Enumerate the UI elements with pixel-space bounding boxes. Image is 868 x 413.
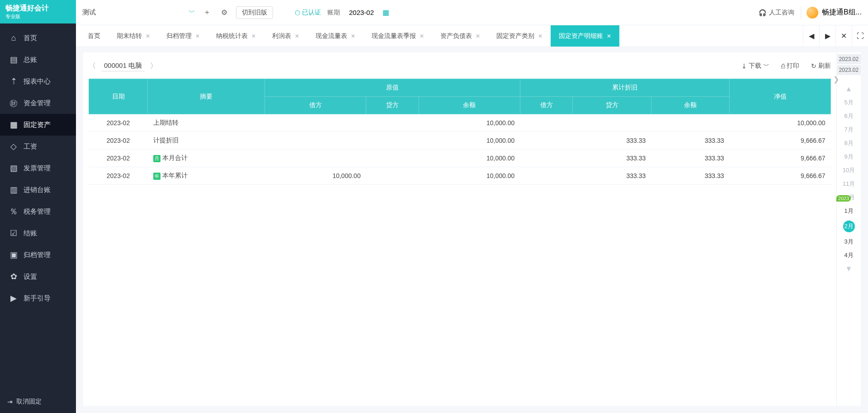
tab-5[interactable]: 现金流量表✕ — [307, 25, 363, 47]
tab-scroll-left[interactable]: ◀ — [803, 25, 819, 47]
tab-label: 现金流量表季报 — [372, 32, 416, 40]
print-icon: ⎙ — [781, 62, 785, 70]
collapse-ruler-toggle[interactable]: ❯ — [833, 75, 839, 84]
cell-dep-balance — [651, 114, 729, 132]
add-button[interactable]: ＋ — [202, 7, 212, 18]
asset-code-name[interactable]: 000001 电脑 — [101, 61, 145, 71]
print-label: 打印 — [787, 62, 799, 70]
month-2月[interactable]: 2月 — [843, 221, 855, 232]
topbar: 测试 ﹀ ＋ ⚙ 切到旧版 ⬡ 已认证 账期 2023-02 ▦ 🎧 人工咨询 … — [76, 0, 868, 25]
col-dep-credit: 贷方 — [573, 97, 651, 114]
pin-icon: ⇥ — [7, 398, 13, 405]
close-icon[interactable]: ✕ — [195, 33, 200, 39]
download-button[interactable]: ⤓ 下载 ﹀ — [741, 62, 769, 70]
sidebar-item-4[interactable]: ▦固定资产 — [0, 114, 76, 136]
prev-asset-button[interactable]: 〈 — [89, 61, 96, 71]
ruler-start-period[interactable]: 2023.02 — [837, 54, 861, 64]
table-row[interactable]: 2023-02 计提折旧 10,000.00 333.33 333.33 9,6… — [89, 132, 831, 150]
close-icon[interactable]: ✕ — [538, 33, 542, 39]
tab-2[interactable]: 归档管理✕ — [158, 25, 208, 47]
tab-3[interactable]: 纳税统计表✕ — [208, 25, 264, 47]
sidebar-item-6[interactable]: ▧发票管理 — [0, 157, 76, 179]
next-asset-button[interactable]: 〉 — [150, 61, 157, 71]
sidebar-item-12[interactable]: ▶新手引导 — [0, 287, 76, 309]
sidebar-item-2[interactable]: ⇡报表中心 — [0, 70, 76, 92]
sidebar-item-8[interactable]: ％税务管理 — [0, 201, 76, 222]
sidebar: 畅捷通好会计 专业版 ⌂首页▤总账⇡报表中心㊖资金管理▦固定资产◇工资▧发票管理… — [0, 0, 76, 413]
switch-old-version-button[interactable]: 切到旧版 — [236, 6, 273, 19]
tabs-bar: 首页期末结转✕归档管理✕纳税统计表✕利润表✕现金流量表✕现金流量表季报✕资产负债… — [76, 25, 868, 47]
calendar-icon[interactable]: ▦ — [380, 7, 391, 18]
sidebar-item-10[interactable]: ▣归档管理 — [0, 244, 76, 266]
shield-icon: ⬡ — [295, 9, 300, 16]
sidebar-item-5[interactable]: ◇工资 — [0, 136, 76, 157]
close-icon[interactable]: ✕ — [476, 33, 480, 39]
nav-label: 报表中心 — [24, 77, 51, 86]
download-label: 下载 — [749, 62, 761, 70]
nav-label: 税务管理 — [24, 207, 51, 216]
cell-date: 2023-02 — [89, 114, 148, 132]
period-value[interactable]: 2023-02 — [349, 9, 374, 16]
close-all-tabs[interactable]: ✕ — [835, 25, 852, 47]
table-row[interactable]: 2023-02 上期结转 10,000.00 10,000.00 — [89, 114, 831, 132]
table-row[interactable]: 2023-02 年本年累计 10,000.00 10,000.00 333.33… — [89, 167, 831, 185]
close-icon[interactable]: ✕ — [251, 33, 256, 39]
cell-original-debit: 10,000.00 — [265, 167, 366, 185]
month-1月[interactable]: 1月 — [844, 207, 853, 215]
ruler-end-period[interactable]: 2023.02 — [837, 65, 861, 75]
gear-icon[interactable]: ⚙ — [219, 7, 230, 18]
month-disabled: 7月 — [844, 126, 853, 134]
sidebar-item-9[interactable]: ☑结账 — [0, 222, 76, 244]
sidebar-item-11[interactable]: ✿设置 — [0, 266, 76, 287]
sidebar-item-3[interactable]: ㊖资金管理 — [0, 92, 76, 114]
print-button[interactable]: ⎙ 打印 — [781, 62, 799, 70]
tab-7[interactable]: 资产负债表✕ — [432, 25, 488, 47]
nav-label: 首页 — [24, 34, 37, 42]
tab-0[interactable]: 首页 — [80, 25, 108, 47]
col-original-debit: 借方 — [265, 97, 366, 114]
month-3月[interactable]: 3月 — [844, 238, 853, 246]
tab-scroll-right[interactable]: ▶ — [819, 25, 835, 47]
nav-label: 进销台账 — [24, 186, 51, 194]
col-summary: 摘要 — [148, 79, 265, 114]
sidebar-pin-toggle[interactable]: ⇥ 取消固定 — [0, 390, 76, 413]
sidebar-nav: ⌂首页▤总账⇡报表中心㊖资金管理▦固定资产◇工资▧发票管理▥进销台账％税务管理☑… — [0, 23, 76, 390]
month-4月[interactable]: 4月 — [844, 251, 853, 259]
nav-icon: ％ — [9, 207, 18, 216]
tab-1[interactable]: 期末结转✕ — [108, 25, 158, 47]
company-selector[interactable]: 测试 ﹀ — [82, 8, 195, 17]
download-icon: ⤓ — [741, 62, 747, 70]
customer-support-button[interactable]: 🎧 人工咨询 — [759, 9, 794, 17]
tab-label: 现金流量表 — [316, 32, 347, 40]
ruler-scroll-up[interactable]: ▲ — [845, 85, 853, 93]
sidebar-item-7[interactable]: ▥进销台账 — [0, 179, 76, 201]
tab-6[interactable]: 现金流量表季报✕ — [363, 25, 432, 47]
user-menu[interactable]: 畅捷通B组... — [801, 7, 862, 19]
cell-date: 2023-02 — [89, 167, 148, 185]
fullscreen-toggle[interactable]: ⛶ — [852, 25, 868, 47]
period-label: 账期 — [327, 9, 340, 17]
cell-original-balance: 10,000.00 — [419, 114, 520, 132]
close-icon[interactable]: ✕ — [607, 33, 611, 39]
nav-icon: ▤ — [9, 55, 18, 64]
tab-8[interactable]: 固定资产类别✕ — [488, 25, 551, 47]
tab-4[interactable]: 利润表✕ — [264, 25, 307, 47]
cell-dep-credit — [573, 114, 651, 132]
sidebar-item-1[interactable]: ▤总账 — [0, 49, 76, 70]
nav-icon: ⇡ — [9, 77, 18, 86]
sidebar-item-0[interactable]: ⌂首页 — [0, 27, 76, 49]
refresh-button[interactable]: ↻ 刷新 — [811, 62, 831, 70]
ruler-scroll-down[interactable]: ▼ — [845, 265, 853, 273]
period-ruler: 2023.02 2023.02 2023 ▲5月6月7月8月9月10月11月12… — [836, 52, 861, 406]
tab-9[interactable]: 固定资产明细账✕ — [551, 25, 619, 47]
table-row[interactable]: 2023-02 月本月合计 10,000.00 333.33 333.33 9,… — [89, 150, 831, 167]
nav-icon: ㊖ — [9, 99, 18, 108]
close-icon[interactable]: ✕ — [146, 33, 150, 39]
tab-label: 资产负债表 — [440, 32, 472, 40]
cell-original-balance: 10,000.00 — [419, 167, 520, 185]
close-icon[interactable]: ✕ — [351, 33, 355, 39]
cell-dep-balance: 333.33 — [651, 150, 729, 167]
close-icon[interactable]: ✕ — [295, 33, 299, 39]
close-icon[interactable]: ✕ — [420, 33, 424, 39]
col-group-original: 原值 — [265, 79, 520, 97]
